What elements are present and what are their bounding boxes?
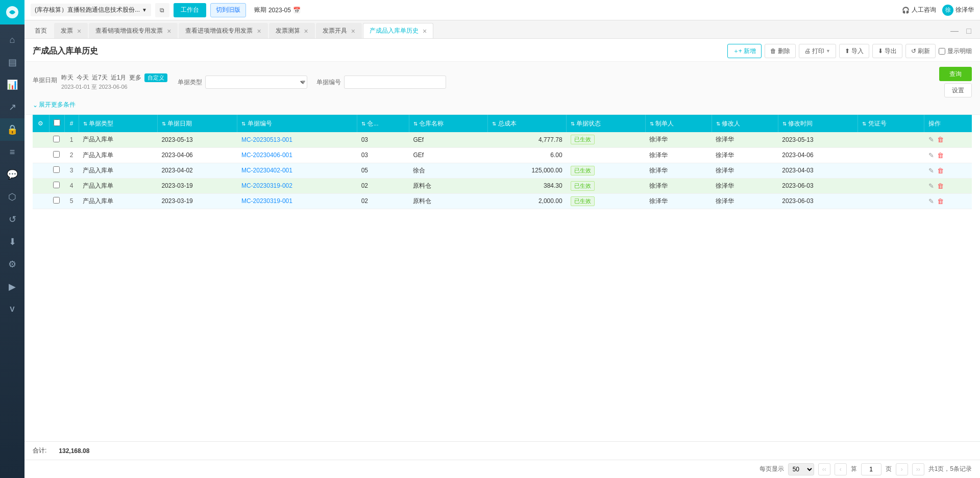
edit-icon[interactable]: ✎ [928, 152, 934, 159]
app-logo[interactable] [0, 0, 24, 24]
number-filter-input[interactable] [344, 76, 446, 89]
col-modtime-header[interactable]: ⇅ 修改时间 [778, 115, 858, 132]
col-modifier-header[interactable]: ⇅ 修改人 [712, 115, 778, 132]
delete-row-icon[interactable]: 🗑 [937, 167, 944, 174]
date-1month[interactable]: 近1月 [111, 73, 127, 82]
row-select-checkbox[interactable] [53, 166, 60, 173]
per-page-select[interactable]: 50 100 200 [788, 463, 814, 475]
calendar-icon[interactable]: 📅 [293, 7, 301, 14]
expand-more-button[interactable]: ⌄ 展开更多条件 [33, 100, 972, 109]
col-wname-header[interactable]: ⇅ 仓库名称 [409, 115, 487, 132]
tab-input-vat-close[interactable]: × [257, 27, 261, 35]
company-selector[interactable]: (库存核算）直播轻跑通信息技术股份... ▼ [31, 4, 151, 16]
date-yesterday[interactable]: 昨天 [61, 73, 74, 82]
sidebar-item-home[interactable]: ⌂ [0, 29, 24, 51]
page-number-input[interactable] [861, 463, 881, 475]
col-voucher-header[interactable]: ⇅ 凭证号 [858, 115, 924, 132]
row-number[interactable]: MC-20230513-001 [237, 132, 357, 147]
tab-calc[interactable]: 发票测算 × [269, 23, 315, 38]
type-filter-select[interactable] [205, 76, 307, 89]
minimize-button[interactable]: — [947, 24, 962, 38]
first-page-button[interactable]: ‹‹ [818, 463, 830, 475]
row-select-checkbox[interactable] [53, 136, 60, 142]
edit-icon[interactable]: ✎ [928, 197, 934, 205]
tab-sales-vat-close[interactable]: × [167, 27, 171, 35]
date-more[interactable]: 更多 [129, 73, 141, 82]
delete-button[interactable]: 🗑 删除 [765, 44, 796, 58]
col-number-header[interactable]: ⇅ 单据编号 [237, 115, 357, 132]
next-page-button[interactable]: › [896, 463, 908, 475]
sidebar-item-list[interactable]: ≡ [0, 141, 24, 163]
edit-icon[interactable]: ✎ [928, 167, 934, 174]
select-all-checkbox[interactable] [54, 119, 60, 126]
row-number[interactable]: MC-20230319-001 [237, 193, 357, 209]
row-select-checkbox[interactable] [53, 197, 60, 204]
delete-row-icon[interactable]: 🗑 [937, 197, 944, 205]
filter-settings-button[interactable]: 设置 [944, 83, 972, 97]
workbench-button[interactable]: 工作台 [174, 3, 206, 17]
maximize-button[interactable]: □ [962, 24, 976, 38]
sidebar-item-settings[interactable]: ⚙ [0, 253, 24, 275]
delete-row-icon[interactable]: 🗑 [937, 152, 944, 159]
tab-invoice[interactable]: 发票 × [54, 23, 88, 38]
row-checkbox[interactable] [49, 147, 64, 163]
row-number-link[interactable]: MC-20230513-001 [241, 136, 292, 143]
tab-issue[interactable]: 发票开具 × [316, 23, 362, 38]
edit-icon[interactable]: ✎ [928, 182, 934, 190]
row-number-link[interactable]: MC-20230319-002 [241, 182, 292, 189]
col-settings-header[interactable]: ⚙ [33, 115, 49, 132]
tab-invoice-close[interactable]: × [77, 27, 81, 35]
refresh-button[interactable]: ↺ 刷新 [905, 44, 936, 58]
tab-product-history[interactable]: 产成品入库单历史 × [363, 23, 433, 38]
user-menu[interactable]: 徐 徐泽华 [942, 5, 974, 16]
last-page-button[interactable]: ›› [912, 463, 924, 475]
import-button[interactable]: ⬆ 导入 [839, 44, 869, 58]
query-button[interactable]: 查询 [939, 67, 972, 81]
assist-btn[interactable]: 🎧 人工咨询 [902, 6, 936, 14]
tab-input-vat[interactable]: 查看进项增值税专用发票 × [179, 23, 267, 38]
col-type-header[interactable]: ⇅ 单据类型 [79, 115, 157, 132]
col-status-header[interactable]: ⇅ 单据状态 [567, 115, 645, 132]
row-checkbox[interactable] [49, 163, 64, 178]
tab-product-history-close[interactable]: × [423, 27, 427, 35]
date-7days[interactable]: 近7天 [92, 73, 108, 82]
sidebar-item-lock[interactable]: 🔒 [0, 118, 24, 141]
col-checkbox-header[interactable] [49, 115, 64, 132]
new-button[interactable]: ＋ + 新增 [727, 44, 762, 58]
tab-home[interactable]: 首页 [29, 23, 53, 38]
sidebar-item-analytics[interactable]: ↗ [0, 96, 24, 118]
col-cost-header[interactable]: ⇅ 总成本 [488, 115, 567, 132]
date-today[interactable]: 今天 [77, 73, 89, 82]
show-detail-checkbox[interactable] [939, 48, 945, 55]
delete-row-icon[interactable]: 🗑 [937, 136, 944, 143]
sidebar-item-inbox[interactable]: ⬇ [0, 231, 24, 253]
print-button[interactable]: 🖨 打印 ▼ [799, 44, 836, 58]
prev-page-button[interactable]: ‹ [835, 463, 847, 475]
sidebar-item-version[interactable]: V [0, 298, 24, 320]
row-select-checkbox[interactable] [53, 151, 60, 158]
tab-calc-close[interactable]: × [304, 27, 308, 35]
row-select-checkbox[interactable] [53, 182, 60, 188]
sidebar-item-chart[interactable]: 📊 [0, 73, 24, 96]
row-number[interactable]: MC-20230319-002 [237, 178, 357, 193]
row-number-link[interactable]: MC-20230402-001 [241, 167, 292, 174]
delete-row-icon[interactable]: 🗑 [937, 182, 944, 190]
export-button[interactable]: ⬇ 导出 [872, 44, 902, 58]
col-date-header[interactable]: ⇅ 单据日期 [157, 115, 237, 132]
col-wcode-header[interactable]: ⇅ 仓... [357, 115, 409, 132]
row-number-link[interactable]: MC-20230406-001 [241, 152, 292, 159]
sidebar-item-sync[interactable]: ↺ [0, 208, 24, 231]
sidebar-item-message[interactable]: 💬 [0, 163, 24, 186]
copy-btn[interactable]: ⧉ [155, 3, 169, 17]
col-creator-header[interactable]: ⇅ 制单人 [645, 115, 712, 132]
tab-issue-close[interactable]: × [351, 27, 355, 35]
edit-icon[interactable]: ✎ [928, 136, 934, 143]
row-number-link[interactable]: MC-20230319-001 [241, 197, 292, 205]
sidebar-item-play[interactable]: ▶ [0, 275, 24, 298]
show-detail-toggle[interactable]: 显示明细 [939, 47, 972, 56]
row-checkbox[interactable] [49, 132, 64, 147]
row-checkbox[interactable] [49, 193, 64, 209]
row-checkbox[interactable] [49, 178, 64, 193]
row-number[interactable]: MC-20230402-001 [237, 163, 357, 178]
sidebar-item-doc[interactable]: ▤ [0, 51, 24, 73]
